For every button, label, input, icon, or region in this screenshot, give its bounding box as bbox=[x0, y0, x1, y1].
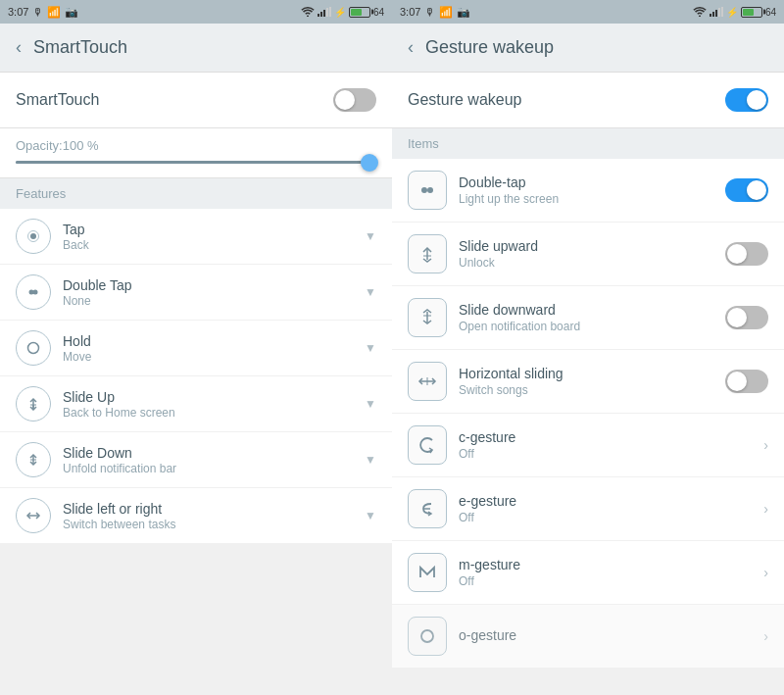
status-left-right: 3:07 🎙 📶 📷 bbox=[400, 6, 470, 19]
c-gesture-sub: Off bbox=[459, 447, 752, 461]
feature-slide-up[interactable]: Slide Up Back to Home screen ▼ bbox=[0, 376, 392, 432]
status-right-right: ⚡ 64 bbox=[693, 7, 776, 18]
svg-rect-19 bbox=[715, 10, 717, 17]
horizontal-gesture-sub: Switch songs bbox=[459, 383, 713, 397]
svg-point-8 bbox=[33, 290, 38, 295]
double-tap-gesture-name: Double-tap bbox=[459, 174, 713, 190]
battery-level-right: 64 bbox=[765, 7, 776, 18]
gesture-slide-down[interactable]: Slide downward Open notification board bbox=[392, 286, 784, 350]
tap-sub: Back bbox=[63, 238, 353, 252]
slide-up-chevron: ▼ bbox=[365, 397, 376, 411]
svg-rect-18 bbox=[712, 12, 714, 17]
slide-up-text: Slide Up Back to Home screen bbox=[63, 389, 353, 420]
svg-point-22 bbox=[421, 187, 427, 193]
slide-down-chevron: ▼ bbox=[365, 453, 376, 467]
smarttouch-content: SmartTouch Opacity:100 % Features Tap Ba… bbox=[0, 73, 392, 695]
gesture-toggle-row: Gesture wakeup bbox=[392, 73, 784, 128]
slide-down-sub: Unfold notification bar bbox=[63, 462, 353, 475]
slide-up-gesture-toggle[interactable] bbox=[725, 242, 768, 266]
feature-hold[interactable]: Hold Move ▼ bbox=[0, 321, 392, 376]
time-left: 3:07 bbox=[8, 6, 28, 18]
tap-name: Tap bbox=[63, 222, 353, 237]
double-tap-gesture-toggle[interactable] bbox=[725, 178, 768, 202]
time-right: 3:07 bbox=[400, 6, 420, 18]
gesture-o[interactable]: o-gesture › bbox=[392, 605, 784, 669]
signal-icon: 📶 bbox=[47, 6, 61, 19]
bolt-icon: ⚡ bbox=[334, 7, 346, 18]
slide-down-gesture-text: Slide downward Open notification board bbox=[459, 302, 713, 333]
slide-up-gesture-text: Slide upward Unlock bbox=[459, 238, 713, 270]
camera-icon: 📷 bbox=[65, 6, 78, 19]
svg-rect-2 bbox=[323, 10, 325, 17]
m-gesture-chevron: › bbox=[763, 565, 768, 580]
o-gesture-text: o-gesture bbox=[459, 627, 752, 645]
smarttouch-header: ‹ SmartTouch bbox=[0, 24, 392, 73]
slide-up-gesture-toggle-knob bbox=[727, 244, 747, 264]
battery-fill-left bbox=[351, 9, 363, 16]
items-section-label: Items bbox=[392, 128, 784, 159]
status-left: 3:07 🎙 📶 📷 bbox=[8, 6, 78, 19]
slide-down-gesture-icon bbox=[408, 298, 447, 337]
o-gesture-icon bbox=[408, 617, 447, 656]
feature-slide-down[interactable]: Slide Down Unfold notification bar ▼ bbox=[0, 432, 392, 488]
feature-tap[interactable]: Tap Back ▼ bbox=[0, 209, 392, 265]
svg-rect-20 bbox=[718, 8, 720, 17]
camera-icon-r: 📷 bbox=[457, 6, 470, 19]
status-bar-left: 3:07 🎙 📶 📷 ⚡ 64 bbox=[0, 0, 392, 24]
back-button-right[interactable]: ‹ bbox=[408, 37, 414, 58]
feature-double-tap[interactable]: Double Tap None ▼ bbox=[0, 265, 392, 321]
gesture-toggle-knob bbox=[747, 90, 766, 110]
svg-rect-1 bbox=[320, 12, 322, 17]
double-tap-sub: None bbox=[63, 294, 353, 308]
o-gesture-chevron: › bbox=[763, 628, 768, 644]
svg-point-9 bbox=[28, 343, 39, 354]
m-gesture-sub: Off bbox=[459, 574, 752, 588]
double-tap-text: Double Tap None bbox=[63, 277, 353, 308]
slide-up-name: Slide Up bbox=[63, 389, 353, 405]
wifi-icon bbox=[301, 7, 315, 17]
slide-lr-chevron: ▼ bbox=[365, 509, 376, 522]
double-tap-gesture-toggle-knob bbox=[747, 180, 766, 200]
double-tap-chevron: ▼ bbox=[365, 285, 376, 299]
e-gesture-icon bbox=[408, 489, 447, 528]
tap-chevron: ▼ bbox=[365, 229, 376, 243]
slide-down-gesture-toggle[interactable] bbox=[725, 306, 768, 329]
feature-slide-lr[interactable]: Slide left or right Switch between tasks… bbox=[0, 488, 392, 544]
gesture-slide-up[interactable]: Slide upward Unlock bbox=[392, 223, 784, 286]
tap-text: Tap Back bbox=[63, 222, 353, 252]
gesture-c[interactable]: c-gesture Off › bbox=[392, 414, 784, 477]
gesture-m[interactable]: m-gesture Off › bbox=[392, 541, 784, 605]
double-tap-gesture-text: Double-tap Light up the screen bbox=[459, 174, 713, 206]
gesture-horizontal[interactable]: Horizontal sliding Switch songs bbox=[392, 350, 784, 414]
antenna-icon-r: 🎙 bbox=[424, 6, 435, 18]
opacity-label: Opacity:100 % bbox=[16, 138, 376, 153]
horizontal-gesture-name: Horizontal sliding bbox=[459, 366, 713, 381]
opacity-slider-fill bbox=[16, 161, 376, 164]
smarttouch-toggle[interactable] bbox=[333, 88, 376, 112]
svg-point-5 bbox=[30, 233, 36, 239]
e-gesture-chevron: › bbox=[763, 501, 768, 517]
e-gesture-text: e-gesture Off bbox=[459, 493, 752, 524]
m-gesture-icon bbox=[408, 553, 447, 592]
slide-lr-sub: Switch between tasks bbox=[63, 518, 353, 531]
gesture-toggle[interactable] bbox=[725, 88, 768, 112]
gesture-double-tap[interactable]: Double-tap Light up the screen bbox=[392, 159, 784, 223]
slide-up-gesture-sub: Unlock bbox=[459, 256, 713, 270]
smarttouch-toggle-row: SmartTouch bbox=[0, 73, 392, 128]
horizontal-gesture-toggle[interactable] bbox=[725, 370, 768, 393]
signal-icon-r: 📶 bbox=[439, 6, 453, 19]
back-button-left[interactable]: ‹ bbox=[16, 37, 22, 58]
hold-chevron: ▼ bbox=[365, 341, 376, 355]
tap-icon bbox=[16, 219, 51, 254]
slide-down-gesture-toggle-knob bbox=[727, 308, 747, 327]
slide-lr-name: Slide left or right bbox=[63, 501, 353, 517]
hold-sub: Move bbox=[63, 350, 353, 364]
slide-up-gesture-name: Slide upward bbox=[459, 238, 713, 254]
gesture-e[interactable]: e-gesture Off › bbox=[392, 477, 784, 541]
opacity-slider-track[interactable] bbox=[16, 161, 376, 164]
slide-down-gesture-sub: Open notification board bbox=[459, 320, 713, 333]
smarttouch-title: SmartTouch bbox=[33, 37, 127, 58]
smarttouch-toggle-knob bbox=[335, 90, 355, 110]
double-tap-icon bbox=[16, 274, 51, 310]
slide-down-gesture-name: Slide downward bbox=[459, 302, 713, 318]
